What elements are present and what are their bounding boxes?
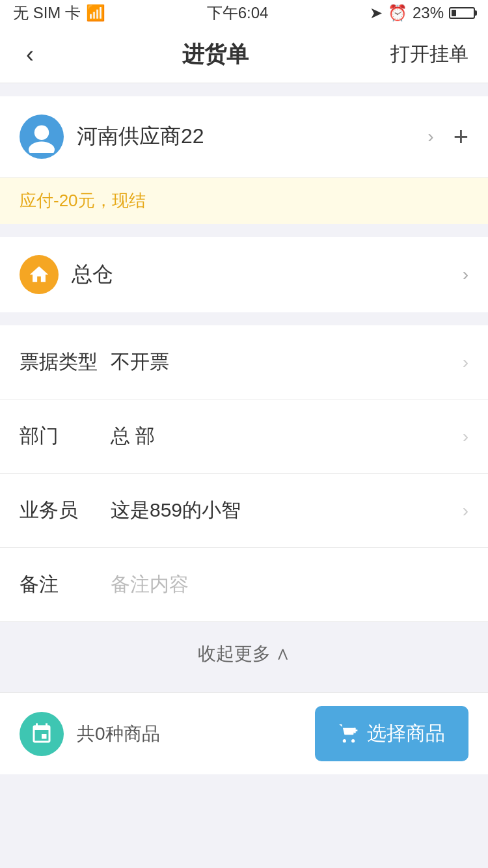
- alarm-icon: ⏰: [388, 4, 407, 22]
- dept-chevron-icon: ›: [463, 426, 468, 447]
- carrier-text: 无 SIM 卡: [13, 3, 81, 23]
- select-product-icon: [338, 724, 359, 744]
- invoice-row[interactable]: 票据类型 不开票 ›: [0, 325, 488, 399]
- invoice-chevron-icon: ›: [463, 352, 468, 373]
- select-product-button[interactable]: 选择商品: [315, 706, 468, 761]
- invoice-label: 票据类型: [20, 349, 98, 375]
- battery-text: 23%: [413, 4, 444, 22]
- remark-input[interactable]: 备注内容: [111, 571, 468, 598]
- section-gap-4: [0, 686, 488, 692]
- avatar: [20, 115, 64, 159]
- warehouse-icon: [20, 255, 59, 294]
- warehouse-chevron-icon: ›: [463, 264, 468, 285]
- chevron-right-icon: ›: [427, 126, 433, 147]
- time-text: 下午6:04: [207, 3, 269, 23]
- add-icon[interactable]: +: [454, 122, 468, 152]
- notice-bar: 应付-20元，现结: [0, 178, 488, 224]
- section-gap-2: [0, 224, 488, 237]
- salesman-value: 这是859的小智: [111, 497, 450, 524]
- remark-row[interactable]: 备注 备注内容: [0, 547, 488, 621]
- supplier-actions: › +: [427, 122, 468, 152]
- bottom-bar: 共0种商品 选择商品: [0, 692, 488, 774]
- salesman-label: 业务员: [20, 497, 98, 524]
- status-bar: 无 SIM 卡 📶 下午6:04 ➤ ⏰ 23%: [0, 0, 488, 26]
- collapse-label: 收起更多 ∧: [198, 642, 291, 666]
- product-icon: [20, 712, 64, 756]
- collapse-button[interactable]: 收起更多 ∧: [0, 621, 488, 686]
- warehouse-row[interactable]: 总仓 ›: [0, 237, 488, 312]
- supplier-section: 河南供应商22 › + 应付-20元，现结: [0, 96, 488, 224]
- location-icon: ➤: [370, 4, 383, 22]
- back-button[interactable]: ‹: [20, 34, 40, 75]
- status-right: ➤ ⏰ 23%: [370, 4, 475, 22]
- select-product-label: 选择商品: [367, 720, 445, 747]
- page-title: 进货单: [182, 40, 249, 70]
- svg-point-1: [29, 142, 55, 154]
- product-count-text: 共0种商品: [77, 722, 160, 746]
- supplier-name: 河南供应商22: [77, 122, 414, 151]
- open-pending-button[interactable]: 打开挂单: [390, 41, 468, 68]
- invoice-value: 不开票: [111, 349, 450, 375]
- dept-row[interactable]: 部门 总 部 ›: [0, 399, 488, 473]
- remark-label: 备注: [20, 571, 98, 598]
- dept-value: 总 部: [111, 423, 450, 450]
- wifi-icon: 📶: [86, 4, 105, 22]
- salesman-row[interactable]: 业务员 这是859的小智 ›: [0, 473, 488, 547]
- battery-icon: [449, 7, 475, 19]
- section-gap-1: [0, 83, 488, 96]
- product-count-wrap: 共0种商品: [20, 712, 160, 756]
- svg-point-0: [34, 126, 49, 141]
- supplier-row[interactable]: 河南供应商22 › +: [0, 96, 488, 178]
- section-gap-3: [0, 312, 488, 325]
- dept-label: 部门: [20, 423, 98, 450]
- status-left: 无 SIM 卡 📶: [13, 3, 105, 23]
- nav-bar: ‹ 进货单 打开挂单: [0, 26, 488, 83]
- warehouse-name: 总仓: [72, 260, 450, 289]
- form-section: 票据类型 不开票 › 部门 总 部 › 业务员 这是859的小智 › 备注 备注…: [0, 325, 488, 621]
- salesman-chevron-icon: ›: [463, 500, 468, 521]
- warehouse-section: 总仓 ›: [0, 237, 488, 312]
